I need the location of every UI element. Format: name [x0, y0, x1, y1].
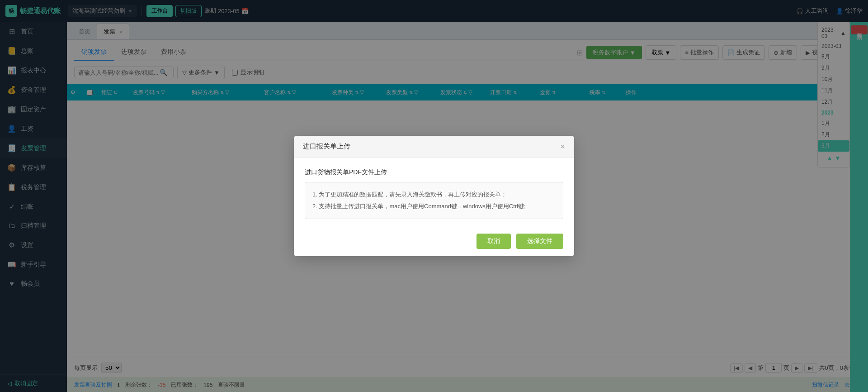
choose-file-button[interactable]: 选择文件 — [516, 234, 563, 249]
close-icon[interactable]: × — [560, 143, 565, 151]
dialog-instruction-1: 1. 为了更加精准的数据匹配，请先录入海关缴款书，再上传对应的报关单； — [312, 189, 556, 201]
import-dialog: 进口报关单上传 × 进口货物报关单PDF文件上传 1. 为了更加精准的数据匹配，… — [294, 136, 574, 256]
cancel-button[interactable]: 取消 — [476, 234, 511, 249]
dialog-footer: 取消 选择文件 — [294, 226, 574, 256]
dialog-overlay: 进口报关单上传 × 进口货物报关单PDF文件上传 1. 为了更加精准的数据匹配，… — [0, 0, 868, 392]
dialog-header: 进口报关单上传 × — [294, 136, 574, 158]
dialog-title: 进口报关单上传 — [303, 142, 350, 151]
dialog-section-title: 进口货物报关单PDF文件上传 — [305, 168, 563, 177]
dialog-instruction-2: 2. 支持批量上传进口报关单，mac用户使用Command键，windows用户… — [312, 201, 556, 212]
dialog-info-box: 1. 为了更加精准的数据匹配，请先录入海关缴款书，再上传对应的报关单； 2. 支… — [305, 182, 563, 219]
dialog-body: 进口货物报关单PDF文件上传 1. 为了更加精准的数据匹配，请先录入海关缴款书，… — [294, 158, 574, 226]
